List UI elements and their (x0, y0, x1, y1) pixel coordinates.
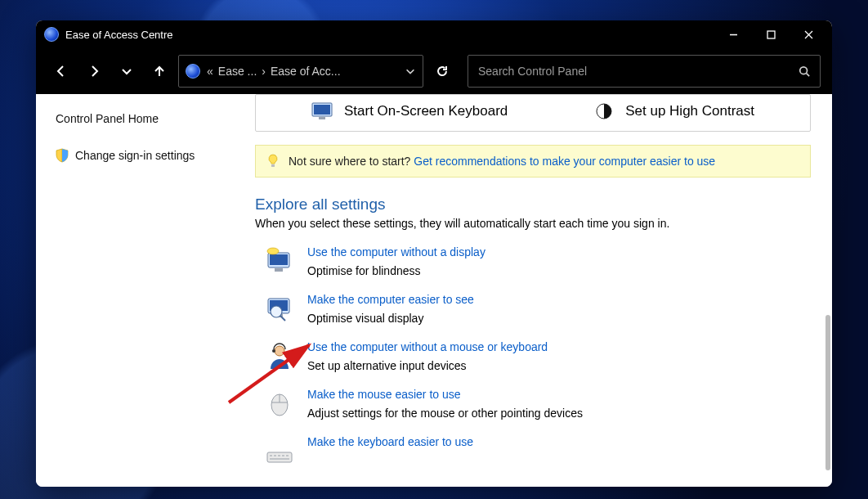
breadcrumb-sep: › (262, 65, 266, 78)
option-keyboard-easier-link[interactable]: Make the keyboard easier to use (307, 435, 473, 448)
tool-onscreen-keyboard[interactable]: Start On-Screen Keyboard (311, 101, 508, 121)
sidebar: Control Panel Home Change sign-in settin… (36, 94, 255, 487)
option-easier-see-desc: Optimise visual display (307, 312, 474, 325)
sidebar-signin-link[interactable]: Change sign-in settings (56, 148, 239, 163)
maximize-button[interactable] (752, 20, 790, 48)
recent-dropdown[interactable] (113, 57, 141, 85)
section-title: Explore all settings (255, 196, 811, 214)
person-headset-icon (265, 341, 294, 371)
shield-icon (56, 148, 69, 163)
search-input[interactable] (478, 65, 799, 78)
scrollbar-thumb[interactable] (825, 315, 830, 470)
option-no-display-desc: Optimise for blindness (307, 264, 485, 277)
contrast-icon (593, 101, 615, 121)
svg-point-15 (275, 346, 284, 356)
window: Ease of Access Centre « Ease ... › Ease … (36, 20, 832, 487)
breadcrumb-part2[interactable]: Ease of Acc... (271, 65, 341, 78)
app-icon (44, 27, 59, 42)
option-no-mouse-keyboard-desc: Set up alternative input devices (307, 359, 548, 372)
content-body: Control Panel Home Change sign-in settin… (36, 94, 832, 487)
monitor-icon (311, 101, 334, 121)
sidebar-signin-label: Change sign-in settings (75, 149, 195, 162)
up-button[interactable] (145, 57, 173, 85)
option-keyboard-easier: Make the keyboard easier to use (255, 434, 811, 465)
svg-rect-8 (270, 254, 288, 265)
option-no-mouse-keyboard-link[interactable]: Use the computer without a mouse or keyb… (307, 340, 548, 353)
forward-button[interactable] (80, 57, 108, 85)
search-icon (799, 65, 810, 77)
monitor-magnify-icon (265, 294, 294, 323)
breadcrumb-prefix: « (207, 65, 213, 78)
address-dropdown-icon[interactable] (405, 65, 416, 77)
hint-bar: Not sure where to start? Get recommendat… (255, 145, 811, 178)
search-box[interactable] (468, 55, 821, 88)
svg-rect-9 (275, 268, 283, 272)
title-bar: Ease of Access Centre (36, 20, 832, 48)
hint-lead: Not sure where to start? (289, 155, 414, 168)
address-bar[interactable]: « Ease ... › Ease of Acc... (178, 55, 423, 88)
option-easier-see-link[interactable]: Make the computer easier to see (307, 293, 474, 306)
breadcrumb-part1[interactable]: Ease ... (218, 65, 257, 78)
svg-rect-6 (271, 164, 275, 167)
nav-bar: « Ease ... › Ease of Acc... (36, 48, 832, 94)
minimize-button[interactable] (714, 20, 752, 48)
option-easier-see: Make the computer easier to see Optimise… (255, 292, 811, 325)
quick-tools-panel: Start On-Screen Keyboard Set up High Con… (255, 94, 811, 132)
keyboard-icon (265, 436, 294, 465)
lightbulb-icon (267, 154, 279, 169)
svg-rect-4 (319, 117, 325, 119)
hint-text: Not sure where to start? Get recommendat… (289, 155, 715, 168)
option-mouse-easier-link[interactable]: Make the mouse easier to use (307, 388, 461, 401)
tool-high-contrast-label: Set up High Contrast (625, 103, 754, 119)
option-mouse-easier: Make the mouse easier to use Adjust sett… (255, 387, 811, 420)
svg-point-10 (267, 248, 279, 254)
close-button[interactable] (790, 20, 827, 48)
breadcrumb[interactable]: « Ease ... › Ease of Acc... (207, 65, 398, 78)
main-panel: Start On-Screen Keyboard Set up High Con… (255, 94, 832, 487)
option-no-display: Use the computer without a display Optim… (255, 245, 811, 277)
option-mouse-easier-desc: Adjust settings for the mouse or other p… (307, 407, 583, 420)
section-subtitle: When you select these settings, they wil… (255, 217, 811, 230)
svg-point-1 (800, 67, 808, 74)
mouse-icon (265, 389, 294, 418)
option-no-mouse-keyboard: Use the computer without a mouse or keyb… (255, 339, 811, 372)
option-no-display-link[interactable]: Use the computer without a display (307, 245, 485, 258)
address-icon (186, 64, 200, 79)
window-title: Ease of Access Centre (65, 29, 173, 41)
svg-rect-18 (267, 452, 292, 462)
svg-rect-0 (767, 31, 775, 38)
svg-point-14 (271, 306, 282, 317)
back-button[interactable] (47, 57, 75, 85)
monitor-speech-icon (265, 246, 294, 276)
svg-point-16 (272, 349, 275, 353)
tool-high-contrast[interactable]: Set up High Contrast (593, 101, 754, 121)
hint-link[interactable]: Get recommendations to make your compute… (414, 155, 715, 168)
tool-onscreen-keyboard-label: Start On-Screen Keyboard (344, 103, 508, 119)
sidebar-home-link[interactable]: Control Panel Home (56, 112, 239, 125)
sidebar-home-label: Control Panel Home (56, 112, 159, 125)
svg-rect-3 (314, 105, 330, 115)
refresh-button[interactable] (428, 57, 456, 85)
